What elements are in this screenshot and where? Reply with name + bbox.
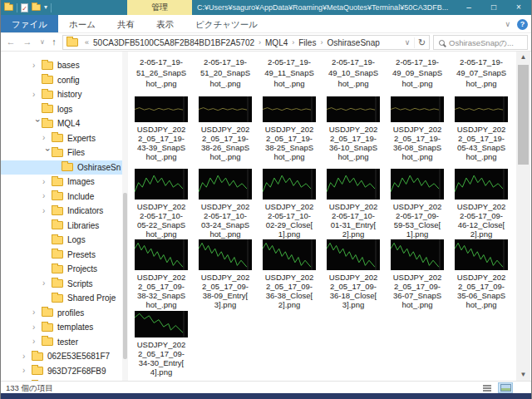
chevron-expanded-icon[interactable]: › <box>33 119 42 128</box>
search-input[interactable] <box>449 38 515 47</box>
main-scrollbar-thumb[interactable] <box>518 65 529 165</box>
tab-share[interactable]: 共有 <box>106 15 145 32</box>
new-folder-icon[interactable] <box>32 4 41 11</box>
address-box[interactable]: « 50CA3DFB5100C5A8F2B84BD1BF2A5702 › MQL… <box>62 35 430 50</box>
chevron-collapsed-icon[interactable]: › <box>22 367 32 375</box>
file-item[interactable]: USDJPY_2022-05-17_10-05-22_SnapShot_.png <box>131 169 192 239</box>
file-item[interactable]: USDJPY_2022_05_17_09-38-32_SnapShot_.png <box>131 239 192 309</box>
sidebar-item-062e53e5681f7[interactable]: ›062E53E5681F7 <box>1 349 122 363</box>
chevron-down-icon[interactable]: ▾ <box>44 2 47 13</box>
chevron-collapsed-icon[interactable]: › <box>42 207 52 215</box>
sidebar-item-history[interactable]: ›history <box>1 87 122 101</box>
tab-view[interactable]: 表示 <box>145 15 185 32</box>
file-item[interactable]: USDJPY_2022_05_17_09-34-30_Entry[4].png <box>131 311 192 377</box>
file-item[interactable]: 2-05-17_19-51_20_SnapShot_.png <box>195 57 256 89</box>
breadcrumb-terminal-id[interactable]: 50CA3DFB5100C5A8F2B84BD1BF2A5702 <box>91 38 256 47</box>
file-item[interactable]: 2-05-17_19-49_10_SnapShot_.png <box>323 57 384 89</box>
help-icon[interactable]: ? <box>517 19 528 30</box>
chevron-collapsed-icon[interactable]: › <box>32 323 42 332</box>
chevron-collapsed-icon[interactable]: › <box>32 91 42 99</box>
address-dropdown-icon[interactable]: ∨ <box>401 38 414 47</box>
file-item[interactable]: USDJPY_2022_05_17_19-36-10_SnapShot_.png <box>323 96 384 161</box>
sidebar-item-bases[interactable]: ›bases <box>1 58 122 72</box>
sidebar-item-963d72f68fb9[interactable]: ›963D72F68FB9 <box>1 364 122 378</box>
file-item[interactable]: USDJPY_2022_05_17_19-36-08_SnapShot_.png <box>387 96 448 161</box>
sidebar-item-templates[interactable]: ›templates <box>1 320 122 334</box>
file-item[interactable]: USDJPY_2022_05_17_19-38-26_SnapShot_.png <box>195 96 256 161</box>
sidebar-item-libraries[interactable]: Libraries <box>1 219 122 233</box>
sidebar-item-files[interactable]: ›Files <box>1 145 122 160</box>
tab-picture-tools[interactable]: ピクチャツール <box>185 15 268 32</box>
properties-check-icon[interactable]: ✓ <box>21 3 28 12</box>
manage-contextual-tab[interactable]: 管理 <box>127 0 192 15</box>
file-item[interactable]: USDJPY_2022_05_17_09-36-18_Close[3].png <box>323 239 384 309</box>
sidebar-item-experts[interactable]: ›Experts <box>1 131 122 145</box>
chevron-collapsed-icon[interactable]: › <box>42 279 52 288</box>
sidebar-item-scripts[interactable]: ›Scripts <box>1 277 122 291</box>
chevron-expanded-icon[interactable]: › <box>43 148 52 157</box>
breadcrumb-oshirasesnap[interactable]: OshiraseSnap <box>325 38 381 47</box>
details-view-button[interactable] <box>480 382 495 393</box>
thumbnail-view-button[interactable] <box>498 382 513 393</box>
sidebar-item-images[interactable]: ›Images <box>1 175 122 189</box>
file-item[interactable]: USDJPY_2022-05-17_09-59-53_Close[1].png <box>387 169 448 239</box>
file-name: USDJPY_2022-05-17_10-05-22_SnapShot_.png <box>131 202 192 239</box>
sidebar-scrollbar[interactable] <box>122 52 128 381</box>
chevron-collapsed-icon[interactable]: › <box>22 352 32 361</box>
file-item[interactable]: USDJPY_2022_05_17_19-43-39_SnapShot_.png <box>131 96 192 161</box>
chevron-collapsed-icon[interactable]: › <box>42 192 52 200</box>
chevron-collapsed-icon[interactable]: › <box>32 62 42 70</box>
sidebar-item-logs[interactable]: logs <box>1 102 122 116</box>
sidebar-item-mql4[interactable]: ›MQL4 <box>1 116 122 131</box>
sidebar-item-logs[interactable]: Logs <box>1 233 122 247</box>
chevron-collapsed-icon[interactable]: › <box>42 134 52 142</box>
sidebar-item-oshirasesn[interactable]: OshiraseSn <box>1 160 122 175</box>
file-item[interactable]: USDJPY_2022-05-17_09-46-12_Close[2].png <box>451 169 512 239</box>
file-item[interactable]: 2-05-17_19-51_26_SnapShot_.png <box>131 57 192 89</box>
tab-file[interactable]: ファイル <box>1 15 58 32</box>
file-item[interactable]: 2-05-17_19-49_07_SnapShot_.png <box>451 57 512 89</box>
maximize-button[interactable]: □ <box>481 0 506 15</box>
forward-icon[interactable]: → <box>21 33 34 52</box>
sidebar-item-config[interactable]: config <box>1 73 122 87</box>
sidebar-item-include[interactable]: ›Include <box>1 190 122 204</box>
minimize-button[interactable]: – <box>456 0 481 15</box>
sidebar-item-indicators[interactable]: ›Indicators <box>1 204 122 218</box>
file-item[interactable]: USDJPY_2022-05-17_10-02-29_Close[1].png <box>259 169 320 239</box>
chevron-collapsed-icon[interactable]: › <box>42 178 52 186</box>
sidebar-item-projects[interactable]: Projects <box>1 262 122 276</box>
tab-home[interactable]: ホーム <box>58 15 106 32</box>
file-item[interactable]: USDJPY_2022_05_17_09-36-07_SnapShot_.png <box>387 239 448 309</box>
sidebar-tree: ›basesconfig›historylogs›MQL4›Experts›Fi… <box>1 52 122 381</box>
scroll-up-icon[interactable]: ▲ <box>516 52 530 63</box>
breadcrumb-mql4[interactable]: MQL4 <box>264 38 289 47</box>
back-icon[interactable]: ← <box>4 33 17 52</box>
collapse-ribbon-icon[interactable]: ∨ <box>505 20 510 28</box>
refresh-icon[interactable]: ↻ <box>414 37 429 48</box>
file-item[interactable]: 2-05-17_19-49_09_SnapShot_.png <box>387 57 448 89</box>
chevron-collapsed-icon[interactable]: › <box>32 308 42 317</box>
main-scrollbar[interactable]: ▲ ▼ <box>516 52 530 381</box>
file-item[interactable]: USDJPY_2022_05_17_09-36-38_Close[2].png <box>259 239 320 309</box>
sidebar-item-presets[interactable]: Presets <box>1 248 122 262</box>
file-item[interactable]: USDJPY_2022-05-17_10-01-31_Entry[2].png <box>323 169 384 239</box>
chevron-collapsed-icon[interactable]: › <box>32 337 42 346</box>
sidebar-scrollbar-thumb[interactable] <box>123 193 127 359</box>
folder-icon[interactable] <box>4 4 13 11</box>
breadcrumb-files[interactable]: Files <box>297 38 318 47</box>
file-item[interactable]: USDJPY_2022_05_17_09-35-06_SnapShot_.png <box>451 239 512 309</box>
scroll-down-icon[interactable]: ▼ <box>516 369 530 381</box>
search-box[interactable] <box>433 35 528 50</box>
sidebar-item-tester[interactable]: ›tester <box>1 335 122 349</box>
close-button[interactable]: × <box>506 0 531 15</box>
breadcrumb-overflow-icon[interactable]: « <box>82 38 91 47</box>
sidebar-item-shared-proje[interactable]: Shared Proje <box>1 291 122 305</box>
file-item[interactable]: USDJPY_2022_05_17_19-05-43_SnapShot_.png <box>451 96 512 161</box>
file-item[interactable]: USDJPY_2022_05_17_19-38-25_SnapShot_.png <box>259 96 320 161</box>
file-item[interactable]: 2-05-17_19-49_11_SnapShot_.png <box>259 57 320 89</box>
file-item[interactable]: USDJPY_2022_05_17_09-38-09_Entry[3].png <box>195 239 256 309</box>
file-name: USDJPY_2022-05-17_10-02-29_Close[1].png <box>259 202 320 239</box>
sidebar-item-profiles[interactable]: ›profiles <box>1 306 122 320</box>
file-item[interactable]: USDJPY_2022-05-17_10-03-24_SnapShot_.png <box>195 169 256 239</box>
up-icon[interactable]: ↑ <box>47 33 61 52</box>
